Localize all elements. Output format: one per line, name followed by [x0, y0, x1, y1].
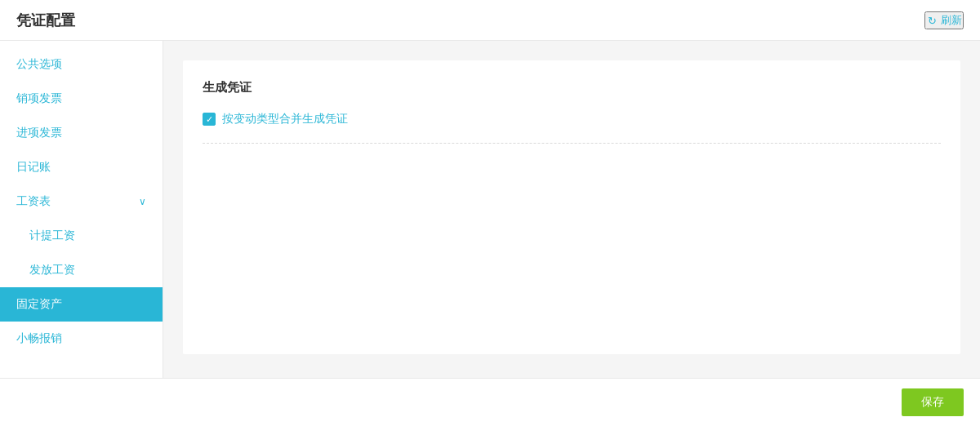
- sidebar-item-label: 销项发票: [16, 91, 62, 106]
- sidebar-item-sales-invoice[interactable]: 销项发票: [0, 82, 163, 116]
- sidebar: 公共选项 销项发票 进项发票 日记账 工资表 ∨ 计提工资 发放工资 固定资: [0, 41, 163, 378]
- footer: 保存: [0, 378, 980, 426]
- sidebar-item-label: 小畅报销: [16, 331, 62, 346]
- checkmark-icon: ✓: [206, 115, 213, 124]
- sidebar-item-pay-payroll[interactable]: 发放工资: [0, 253, 163, 287]
- section-title: 生成凭证: [203, 80, 941, 95]
- section-divider: [203, 143, 941, 144]
- sidebar-item-calc-payroll[interactable]: 计提工资: [0, 219, 163, 253]
- sidebar-item-label: 进项发票: [16, 126, 62, 140]
- sidebar-item-label: 公共选项: [16, 57, 62, 72]
- checkbox-label[interactable]: 按变动类型合并生成凭证: [222, 112, 348, 126]
- sidebar-item-petty-expense[interactable]: 小畅报销: [0, 322, 163, 356]
- main-content: 生成凭证 ✓ 按变动类型合并生成凭证: [163, 41, 980, 378]
- sidebar-item-label: 计提工资: [29, 229, 75, 242]
- chevron-down-icon: ∨: [139, 196, 146, 207]
- refresh-icon: ↻: [926, 15, 938, 26]
- content-card: 生成凭证 ✓ 按变动类型合并生成凭证: [183, 60, 960, 354]
- sidebar-item-label: 工资表: [16, 194, 51, 209]
- merge-checkbox[interactable]: ✓: [203, 113, 216, 126]
- sidebar-item-journal[interactable]: 日记账: [0, 150, 163, 184]
- page-wrapper: 凭证配置 ↻ 刷新 公共选项 销项发票 进项发票 日记账 工资表 ∨: [0, 0, 980, 426]
- sidebar-item-purchase-invoice[interactable]: 进项发票: [0, 116, 163, 150]
- sidebar-item-public-options[interactable]: 公共选项: [0, 47, 163, 82]
- refresh-label: 刷新: [941, 13, 962, 28]
- sidebar-item-label: 日记账: [16, 160, 51, 175]
- save-button[interactable]: 保存: [902, 388, 964, 416]
- sidebar-item-payroll-table[interactable]: 工资表 ∨: [0, 184, 163, 219]
- header: 凭证配置 ↻ 刷新: [0, 0, 980, 41]
- checkbox-row: ✓ 按变动类型合并生成凭证: [203, 112, 941, 126]
- page-title: 凭证配置: [16, 11, 75, 30]
- body-wrapper: 公共选项 销项发票 进项发票 日记账 工资表 ∨ 计提工资 发放工资 固定资: [0, 41, 980, 378]
- sidebar-item-label: 发放工资: [29, 263, 75, 276]
- sidebar-item-label: 固定资产: [16, 297, 62, 312]
- sidebar-item-fixed-assets[interactable]: 固定资产: [0, 287, 163, 322]
- refresh-button[interactable]: ↻ 刷新: [924, 11, 964, 29]
